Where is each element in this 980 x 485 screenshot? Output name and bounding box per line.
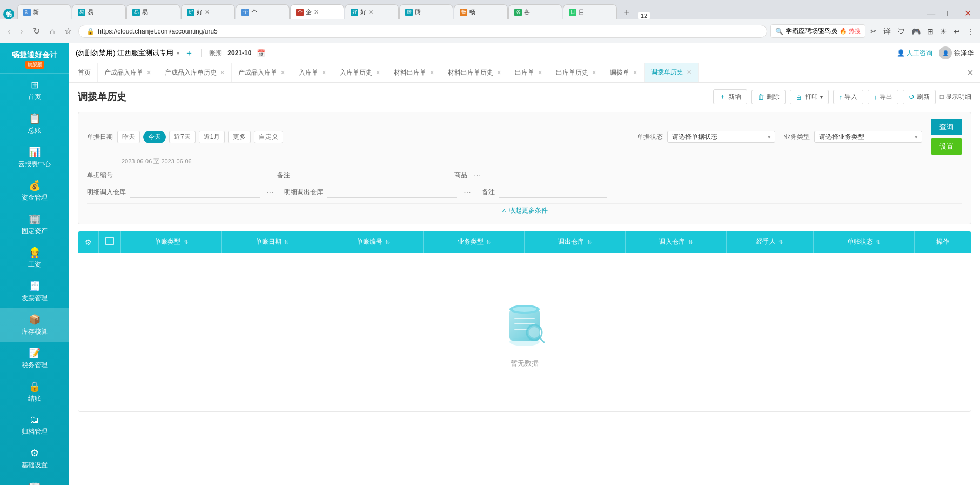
tab-close-4[interactable]: ✕ bbox=[205, 9, 210, 16]
sidebar-item-tax[interactable]: 📝 税务管理 bbox=[0, 342, 69, 375]
table-col-out-warehouse[interactable]: 调出仓库 ⇅ bbox=[525, 231, 626, 253]
calendar-icon[interactable]: 📅 bbox=[257, 49, 265, 57]
user-info[interactable]: 👤 徐泽华 bbox=[939, 46, 974, 59]
query-button[interactable]: 查询 bbox=[931, 119, 962, 135]
page-tab-home[interactable]: 首页 bbox=[71, 63, 98, 83]
page-tab-material-out-history[interactable]: 材料出库单历史 ✕ bbox=[441, 63, 508, 83]
page-tab-transfer-history-close[interactable]: ✕ bbox=[687, 69, 692, 76]
date-btn-7days[interactable]: 近7天 bbox=[169, 131, 196, 143]
sidebar-item-settings[interactable]: ⚙ 基础设置 bbox=[0, 442, 69, 475]
filter-remark2-input[interactable] bbox=[499, 187, 607, 198]
browser-tab-9[interactable]: 畅 畅 bbox=[454, 4, 508, 19]
show-all-toggle[interactable]: □ 显示明细 bbox=[940, 92, 971, 102]
date-btn-more[interactable]: 更多 bbox=[228, 131, 251, 143]
sidebar-item-fund[interactable]: 💰 资金管理 bbox=[0, 174, 69, 208]
sidebar-item-closing[interactable]: 🔒 结账 bbox=[0, 375, 69, 409]
page-tab-in-history[interactable]: 入库单历史 ✕ bbox=[333, 63, 387, 83]
bookmark-button[interactable]: ☆ bbox=[61, 25, 75, 37]
page-tab-material-out-history-close[interactable]: ✕ bbox=[496, 69, 501, 76]
collapse-bar[interactable]: ∧ 收起更多条件 bbox=[87, 203, 962, 217]
page-tab-material-out-close[interactable]: ✕ bbox=[429, 69, 434, 76]
browser-tab-10[interactable]: 各 各 bbox=[508, 4, 562, 19]
import-button[interactable]: ↑ 导入 bbox=[833, 90, 864, 104]
table-col-date[interactable]: 单账日期 ⇅ bbox=[221, 231, 323, 253]
page-tab-product-in2[interactable]: 产成品入库单 ✕ bbox=[232, 63, 292, 83]
page-tab-out-history[interactable]: 出库单历史 ✕ bbox=[549, 63, 603, 83]
url-bar[interactable]: 🔒 https://cloud.chanjet.com/accounting/u… bbox=[78, 25, 767, 38]
table-col-type[interactable]: 单账类型 ⇅ bbox=[121, 231, 222, 253]
page-tab-transfer-history[interactable]: 调拨单历史 ✕ bbox=[645, 63, 699, 83]
sidebar-item-asset[interactable]: 🏢 固定资产 bbox=[0, 208, 69, 241]
date-btn-yesterday[interactable]: 昨天 bbox=[117, 131, 140, 143]
sidebar-item-invoice[interactable]: 🧾 发票管理 bbox=[0, 275, 69, 308]
browser-tab-5[interactable]: 个 个 bbox=[236, 4, 290, 19]
tab-close-7[interactable]: ✕ bbox=[368, 9, 373, 16]
add-company-button[interactable]: ＋ bbox=[185, 48, 193, 59]
filter-docno-input[interactable] bbox=[117, 170, 269, 181]
table-select-all-checkbox[interactable] bbox=[105, 237, 114, 245]
sidebar-item-inventory[interactable]: 📦 库存核算 bbox=[0, 308, 69, 342]
page-tab-out-history-close[interactable]: ✕ bbox=[592, 69, 596, 76]
delete-button[interactable]: 🗑 删除 bbox=[751, 90, 786, 104]
browser-tab-11[interactable]: 目 目 bbox=[563, 4, 617, 19]
new-tab-button[interactable]: ＋ bbox=[617, 4, 636, 19]
filter-status-select[interactable]: 请选择单据状态 草稿 已确认 bbox=[667, 131, 775, 143]
date-btn-1month[interactable]: 近1月 bbox=[199, 131, 225, 143]
table-col-in-warehouse[interactable]: 调入仓库 ⇅ bbox=[626, 231, 727, 253]
table-checkbox-header[interactable] bbox=[99, 231, 121, 253]
table-gear-header[interactable]: ⚙ bbox=[78, 231, 99, 253]
table-col-no[interactable]: 单账编号 ⇅ bbox=[323, 231, 424, 253]
close-button[interactable]: ✕ bbox=[960, 7, 976, 19]
filter-biztype-select[interactable]: 请选择业务类型 bbox=[814, 131, 922, 143]
settings-button[interactable]: 设置 bbox=[931, 138, 962, 155]
browser-tab-4[interactable]: 好 好 ✕ bbox=[181, 4, 235, 19]
page-tab-product-in2-close[interactable]: ✕ bbox=[280, 69, 285, 76]
night-mode-icon[interactable]: ☀ bbox=[938, 25, 949, 37]
refresh-button[interactable]: ↺ 刷新 bbox=[903, 90, 936, 104]
close-all-tabs-button[interactable]: ✕ bbox=[962, 68, 978, 78]
page-tab-transfer[interactable]: 调拨单 ✕ bbox=[603, 63, 645, 83]
page-tab-product-in[interactable]: 产成品入库单 ✕ bbox=[98, 63, 158, 83]
sidebar-item-home[interactable]: ⊞ 首页 bbox=[0, 74, 69, 107]
browser-tab-active[interactable]: 企 企 ✕ bbox=[290, 4, 344, 19]
browser-tab-8[interactable]: 腾 腾 bbox=[399, 4, 453, 19]
grid-icon[interactable]: ⊞ bbox=[925, 25, 935, 37]
sidebar-item-guide[interactable]: 📖 新手引导 bbox=[0, 475, 69, 485]
tab-close-active[interactable]: ✕ bbox=[314, 9, 319, 16]
search-input-area[interactable]: 🔍 学霸应聘场驱鸟员 🔥 热搜 bbox=[770, 24, 865, 38]
table-gear-icon[interactable]: ⚙ bbox=[85, 238, 92, 247]
game-icon[interactable]: 🎮 bbox=[910, 25, 922, 37]
page-tab-transfer-close[interactable]: ✕ bbox=[633, 69, 637, 76]
date-btn-today[interactable]: 今天 bbox=[143, 131, 166, 143]
translate-icon[interactable]: 译 bbox=[882, 25, 892, 38]
back-button[interactable]: ‹ bbox=[4, 25, 14, 37]
page-tab-product-in-history-close[interactable]: ✕ bbox=[220, 69, 225, 76]
refresh-browser-button[interactable]: ↻ bbox=[30, 25, 43, 37]
filter-goods-dots[interactable]: ··· bbox=[472, 171, 483, 181]
filter-detail-out-dots[interactable]: ··· bbox=[461, 188, 473, 197]
date-btn-custom[interactable]: 自定义 bbox=[254, 131, 283, 143]
filter-detail-in-dots[interactable]: ··· bbox=[264, 188, 276, 197]
menu-icon[interactable]: ⋮ bbox=[965, 25, 976, 37]
maximize-button[interactable]: □ bbox=[943, 8, 957, 19]
export-button[interactable]: ↓ 导出 bbox=[868, 90, 898, 104]
page-tab-in-history-close[interactable]: ✕ bbox=[375, 69, 380, 76]
filter-detail-in-input[interactable] bbox=[130, 187, 260, 198]
sidebar-item-ledger[interactable]: 📋 总账 bbox=[0, 107, 69, 141]
print-button[interactable]: 🖨 打印 ▾ bbox=[790, 90, 829, 104]
home-browser-button[interactable]: ⌂ bbox=[46, 25, 58, 37]
cut-icon[interactable]: ✂ bbox=[869, 25, 878, 37]
page-tab-in-order-close[interactable]: ✕ bbox=[321, 69, 326, 76]
table-col-biztype[interactable]: 业务类型 ⇅ bbox=[424, 231, 525, 253]
browser-tab-2[interactable]: 易 易 bbox=[72, 4, 126, 19]
new-button[interactable]: ＋ 新增 bbox=[713, 89, 747, 104]
sidebar-item-report[interactable]: 📊 云报表中心 bbox=[0, 141, 69, 174]
sidebar-item-archive[interactable]: 🗂 归档管理 bbox=[0, 409, 69, 442]
browser-tab-3[interactable]: 易 易 bbox=[126, 4, 180, 19]
table-col-handler[interactable]: 经手人 ⇅ bbox=[726, 231, 813, 253]
shield-icon[interactable]: 🛡 bbox=[896, 25, 907, 37]
service-button[interactable]: 👤 人工咨询 bbox=[897, 49, 932, 58]
company-selector[interactable]: (勿删勿禁用) 江西服宝测试专用 ▾ bbox=[76, 48, 179, 58]
page-tab-product-in-history[interactable]: 产成品入库单历史 ✕ bbox=[158, 63, 232, 83]
page-tab-out-order[interactable]: 出库单 ✕ bbox=[508, 63, 549, 83]
